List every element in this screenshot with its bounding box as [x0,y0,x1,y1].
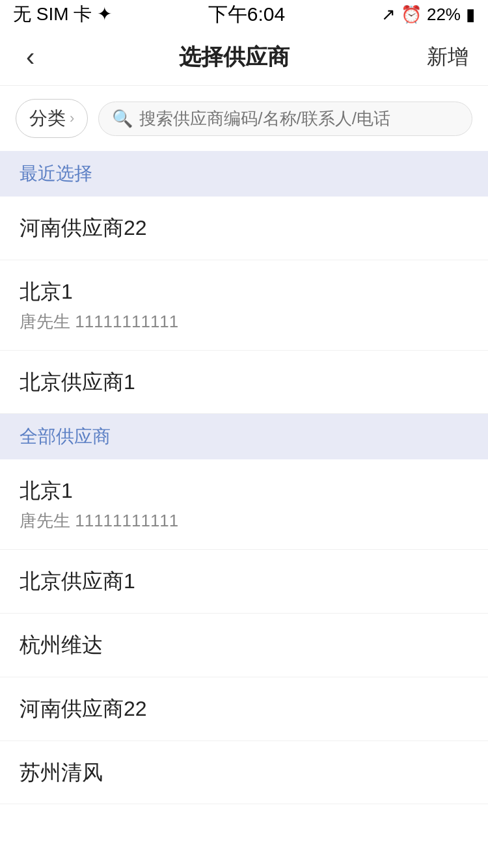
item-name: 河南供应商22 [20,213,468,243]
search-icon: 🔍 [112,109,133,129]
item-name: 北京供应商1 [20,368,468,397]
item-sub: 唐先生 11111111111 [20,509,468,532]
section-header-text-all: 全部供应商 [20,426,111,446]
back-button[interactable]: ‹ [20,36,41,78]
chevron-right-icon: › [70,110,74,127]
section-header-all: 全部供应商 [0,414,488,459]
alarm-icon: ⏰ [401,5,422,25]
category-button[interactable]: 分类 › [16,99,88,138]
status-left: 无 SIM 卡 ✦ [13,2,112,27]
item-name: 河南供应商22 [20,694,468,724]
filter-row: 分类 › 🔍 [0,86,488,151]
status-bar: 无 SIM 卡 ✦ 下午6:04 ↗ ⏰ 22% ▮ [0,0,488,29]
item-sub: 唐先生 11111111111 [20,310,468,333]
list-container: 最近选择河南供应商22北京1唐先生 11111111111北京供应商1全部供应商… [0,151,488,804]
item-name: 苏州清风 [20,758,468,787]
category-label: 分类 [29,106,66,131]
section-header-recent: 最近选择 [0,151,488,197]
search-input[interactable] [139,109,459,129]
list-item[interactable]: 北京供应商1 [0,351,488,414]
nav-bar: ‹ 选择供应商 新增 [0,29,488,86]
status-right: ↗ ⏰ 22% ▮ [381,5,475,25]
list-item[interactable]: 河南供应商22 [0,677,488,741]
search-bar: 🔍 [98,102,472,136]
list-item[interactable]: 北京1唐先生 11111111111 [0,260,488,351]
status-time: 下午6:04 [208,1,285,28]
battery-icon: ▮ [466,5,475,25]
item-name: 北京供应商1 [20,567,468,596]
item-name: 北京1 [20,476,468,506]
battery-level: 22% [427,5,461,25]
list-item[interactable]: 北京1唐先生 11111111111 [0,459,488,550]
item-name: 北京1 [20,277,468,306]
list-item[interactable]: 苏州清风 [0,741,488,805]
section-header-text-recent: 最近选择 [20,163,92,183]
location-icon: ↗ [381,5,396,25]
new-button[interactable]: 新增 [427,43,468,72]
page-title: 选择供应商 [179,42,290,72]
list-item[interactable]: 杭州维达 [0,614,488,677]
item-name: 杭州维达 [20,631,468,660]
list-item[interactable]: 北京供应商1 [0,550,488,614]
list-item[interactable]: 河南供应商22 [0,197,488,260]
